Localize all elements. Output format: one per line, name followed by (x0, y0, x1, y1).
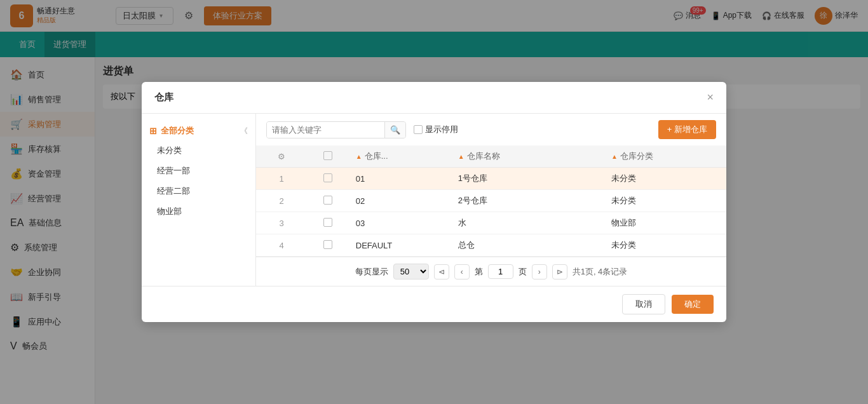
cell-category: 未分类 (604, 234, 726, 257)
category-panel: ⊞ 全部分类 《 未分类 经营一部 经营二部 物业部 (142, 114, 256, 286)
table-row[interactable]: 3 03 水 物业部 (256, 212, 726, 234)
th-check (307, 145, 348, 168)
row-checkbox[interactable] (323, 218, 332, 227)
table-row[interactable]: 1 01 1号仓库 未分类 (256, 168, 726, 190)
cat-item-ops1[interactable]: 经营一部 (142, 161, 255, 181)
cell-check[interactable] (307, 168, 348, 190)
search-box: 🔍 (266, 121, 406, 138)
cell-name: 总仓 (451, 234, 604, 257)
col-label-code: 仓库... (365, 151, 388, 162)
cell-name: 2号仓库 (451, 190, 604, 212)
cell-code: 01 (348, 168, 451, 190)
category-header[interactable]: ⊞ 全部分类 《 (142, 121, 255, 140)
row-checkbox[interactable] (323, 173, 332, 182)
row-checkbox[interactable] (323, 196, 332, 205)
table-toolbar: 🔍 显示停用 + 新增仓库 (256, 114, 726, 145)
gear-icon: ⚙ (278, 152, 285, 161)
modal-title: 仓库 (154, 91, 173, 104)
data-table: ⚙ ▲ 仓库... (256, 145, 726, 257)
cell-num: 2 (256, 190, 307, 212)
cell-num: 1 (256, 168, 307, 190)
table-row[interactable]: 2 02 2号仓库 未分类 (256, 190, 726, 212)
prev-page-button[interactable]: ‹ (454, 264, 470, 279)
cancel-button[interactable]: 取消 (622, 294, 665, 314)
category-collapse-button[interactable]: 《 (240, 126, 248, 137)
th-gear: ⚙ (256, 145, 307, 168)
col-label-name: 仓库名称 (467, 151, 500, 162)
modal-header: 仓库 × (142, 82, 726, 114)
table-panel: 🔍 显示停用 + 新增仓库 (256, 114, 726, 286)
warehouse-table: ⚙ ▲ 仓库... (256, 145, 726, 257)
th-code: ▲ 仓库... (348, 145, 451, 168)
cell-category: 物业部 (604, 212, 726, 234)
row-checkbox[interactable] (323, 240, 332, 249)
first-page-button[interactable]: ⊲ (434, 264, 449, 279)
cell-category: 未分类 (604, 168, 726, 190)
sort-icon-name: ▲ (458, 153, 465, 160)
confirm-button[interactable]: 确定 (672, 295, 714, 314)
cell-code: 02 (348, 190, 451, 212)
pagination-bar: 每页显示 50 100 200 ⊲ ‹ 第 页 › ⊳ 共1页, 4条记录 (256, 257, 726, 286)
search-icon[interactable]: 🔍 (384, 122, 405, 138)
cell-name: 水 (451, 212, 604, 234)
modal-overlay: 仓库 × ⊞ 全部分类 《 未分类 经营一部 经营二部 物业部 (0, 0, 868, 404)
sort-icon-cat: ▲ (611, 153, 618, 160)
last-page-button[interactable]: ⊳ (552, 264, 567, 279)
per-page-label: 每页显示 (355, 266, 388, 278)
cell-num: 4 (256, 234, 307, 257)
th-name: ▲ 仓库名称 (451, 145, 604, 168)
cell-code: DEFAULT (348, 234, 451, 257)
per-page-select[interactable]: 50 100 200 (393, 264, 429, 279)
total-info: 共1页, 4条记录 (573, 266, 628, 278)
add-warehouse-button[interactable]: + 新增仓库 (658, 120, 716, 139)
cat-item-property[interactable]: 物业部 (142, 201, 255, 222)
category-all-label: 全部分类 (161, 125, 194, 137)
table-row[interactable]: 4 DEFAULT 总仓 未分类 (256, 234, 726, 257)
show-disabled-checkbox[interactable]: 显示停用 (414, 124, 458, 135)
table-body: 1 01 1号仓库 未分类 2 02 2号仓库 未分类 3 03 水 物业部 4… (256, 168, 726, 257)
grid-icon: ⊞ (149, 126, 157, 136)
cat-item-ops2[interactable]: 经营二部 (142, 181, 255, 201)
next-page-button[interactable]: › (532, 264, 547, 279)
col-label-category: 仓库分类 (620, 151, 653, 162)
modal-body: ⊞ 全部分类 《 未分类 经营一部 经营二部 物业部 🔍 (142, 114, 726, 286)
cell-category: 未分类 (604, 190, 726, 212)
warehouse-modal: 仓库 × ⊞ 全部分类 《 未分类 经营一部 经营二部 物业部 (142, 82, 726, 322)
page-number-input[interactable] (488, 264, 513, 279)
page-unit: 页 (519, 266, 527, 278)
search-input[interactable] (267, 122, 384, 138)
cell-name: 1号仓库 (451, 168, 604, 190)
cell-num: 3 (256, 212, 307, 234)
modal-close-button[interactable]: × (707, 91, 714, 104)
sort-icon-code: ▲ (356, 153, 362, 160)
cell-check[interactable] (307, 234, 348, 257)
modal-footer: 取消 确定 (142, 286, 726, 322)
cell-code: 03 (348, 212, 451, 234)
page-label: 第 (475, 266, 483, 278)
table-header-row: ⚙ ▲ 仓库... (256, 145, 726, 168)
checkbox-icon (414, 125, 423, 134)
cell-check[interactable] (307, 212, 348, 234)
cat-item-unclassified[interactable]: 未分类 (142, 140, 255, 161)
header-checkbox[interactable] (323, 151, 332, 160)
show-disabled-label: 显示停用 (425, 124, 458, 135)
cell-check[interactable] (307, 190, 348, 212)
th-category: ▲ 仓库分类 (604, 145, 726, 168)
